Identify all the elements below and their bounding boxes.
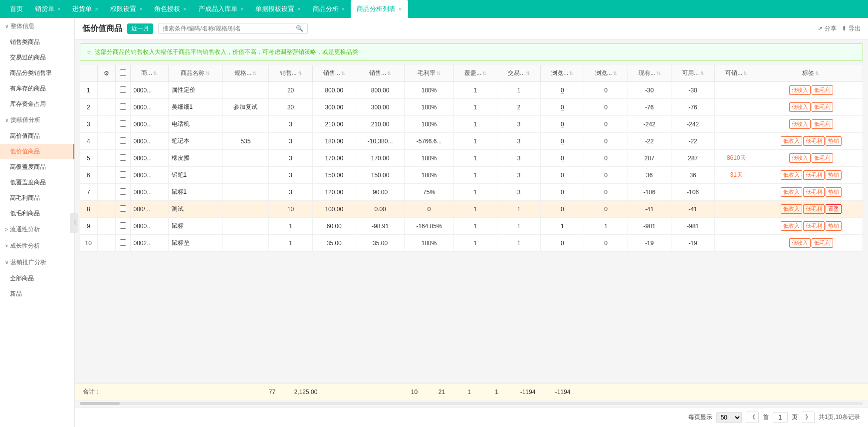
sidebar-item-inventory-capital[interactable]: 库存资金占用 <box>0 96 74 112</box>
nav-template-settings[interactable]: 单据模板设置 × <box>249 0 306 18</box>
sidebar-group-contribution[interactable]: ∨ 贡献值分析 <box>0 112 74 128</box>
nav-role-auth[interactable]: 角色授权 × <box>148 0 192 18</box>
col-settings[interactable]: ⚙ <box>97 65 115 82</box>
close-icon[interactable]: × <box>183 6 186 12</box>
views-link[interactable]: 0 <box>561 189 564 196</box>
sidebar-item-high-margin[interactable]: 高毛利商品 <box>0 190 74 206</box>
col-sales-amt-cell: 100.00 <box>312 201 356 218</box>
search-input[interactable] <box>163 25 296 32</box>
page-size-select[interactable]: 50 20 100 <box>716 412 742 423</box>
last-page-button[interactable]: 》 <box>802 412 815 423</box>
nav-product-analysis[interactable]: 商品分析 × <box>307 0 351 18</box>
search-icon[interactable]: 🔍 <box>296 25 303 32</box>
close-icon[interactable]: × <box>139 6 142 12</box>
col-views2-cell: 0 <box>584 82 628 99</box>
col-check-cell <box>115 82 130 99</box>
footer-settings <box>111 389 129 396</box>
close-icon[interactable]: × <box>399 6 402 12</box>
sidebar-item-traded-products[interactable]: 交易过的商品 <box>0 50 74 65</box>
footer-coverage: 10 <box>401 389 428 396</box>
nav-home[interactable]: 首页 <box>4 0 29 18</box>
sidebar-item-all-products[interactable]: 全部商品 <box>0 271 74 286</box>
scrollbar-thumb[interactable] <box>80 402 120 405</box>
sidebar-item-high-coverage[interactable]: 高覆盖度商品 <box>0 159 74 175</box>
close-icon[interactable]: × <box>240 6 243 12</box>
sidebar-group-overall[interactable]: ∨ 整体信息 <box>0 18 74 34</box>
nav-sales-order[interactable]: 销货单 × <box>29 0 66 18</box>
row-checkbox[interactable] <box>120 86 126 93</box>
first-page-button[interactable]: 《 <box>746 412 759 423</box>
row-checkbox[interactable] <box>120 154 126 161</box>
views-link[interactable]: 0 <box>561 138 564 145</box>
tag-label: 低收入 <box>789 102 811 112</box>
row-checkbox[interactable] <box>120 222 126 229</box>
views-link[interactable]: 0 <box>561 155 564 162</box>
col-avail-stock: 可用...⇅ <box>671 65 714 82</box>
col-settings-cell <box>97 150 115 167</box>
row-checkbox[interactable] <box>120 120 126 127</box>
views-link[interactable]: 0 <box>561 121 564 128</box>
sidebar-item-low-margin[interactable]: 低毛利商品 <box>0 206 74 221</box>
select-all-checkbox[interactable] <box>120 69 126 76</box>
sidebar-group-circulation[interactable]: > 流通性分析 <box>0 221 74 238</box>
tag-label: 低毛利 <box>803 204 825 214</box>
close-icon[interactable]: × <box>57 6 60 12</box>
col-check-cell <box>115 116 130 133</box>
col-check-cell <box>115 218 130 235</box>
col-sales-amt-cell: 170.00 <box>312 150 356 167</box>
tag-label: 置盈 <box>826 204 842 214</box>
col-views2-cell: 0 <box>584 184 628 201</box>
nav-purchase-order[interactable]: 进货单 × <box>66 0 104 18</box>
row-checkbox[interactable] <box>120 205 126 212</box>
col-transaction-cell: 3 <box>497 133 541 150</box>
col-num <box>80 65 97 82</box>
sidebar-item-stocked-products[interactable]: 有库存的商品 <box>0 81 74 96</box>
col-settings-cell <box>97 133 115 150</box>
col-sales-amt-cell: 210.00 <box>312 116 356 133</box>
export-button[interactable]: ⬆ 导出 <box>842 24 861 33</box>
sidebar-item-low-value[interactable]: 低价值商品 <box>0 144 74 159</box>
sidebar-group-marketing[interactable]: ∨ 营销推广分析 <box>0 254 74 271</box>
col-current-stock-cell: -242 <box>628 116 671 133</box>
views-link[interactable]: 0 <box>561 87 564 94</box>
row-checkbox[interactable] <box>120 188 126 195</box>
row-checkbox[interactable] <box>120 137 126 144</box>
row-checkbox[interactable] <box>120 103 126 110</box>
views-link[interactable]: 1 <box>561 223 564 230</box>
col-name-cell: 电话机 <box>168 116 222 133</box>
col-name-cell: 鼠标 <box>168 218 222 235</box>
sidebar-group-growth[interactable]: > 成长性分析 <box>0 238 74 254</box>
period-badge[interactable]: 近一月 <box>127 23 153 34</box>
col-avail-stock-cell: -41 <box>671 201 714 218</box>
col-tags-cell: 低收入低毛利热销 <box>758 218 863 235</box>
views-link[interactable]: 0 <box>561 172 564 179</box>
close-icon[interactable]: × <box>342 6 345 12</box>
col-check <box>115 65 130 82</box>
sidebar-item-high-value[interactable]: 高价值商品 <box>0 128 74 144</box>
nav-product-analysis-list[interactable]: 商品分析列表 × <box>351 0 408 18</box>
sidebar-collapse-button[interactable]: 《 <box>70 213 78 233</box>
views-link[interactable]: 0 <box>561 104 564 111</box>
sidebar-item-category-sales[interactable]: 商品分类销售率 <box>0 65 74 81</box>
share-button[interactable]: ↗ 分享 <box>818 24 837 33</box>
col-tags-cell: 低收入低毛利热销 <box>758 133 863 150</box>
col-views2-cell: 0 <box>584 133 628 150</box>
views-link[interactable]: 0 <box>561 206 564 213</box>
page-number-input[interactable] <box>773 412 788 423</box>
row-checkbox[interactable] <box>120 171 126 178</box>
close-icon[interactable]: × <box>95 6 98 12</box>
col-coverage-cell: 1 <box>453 150 497 167</box>
row-checkbox[interactable] <box>120 239 126 246</box>
content-area: 低价值商品 近一月 🔍 ↗ 分享 ⬆ 导出 ☆ 这部分商品的销售收入大幅低于商品… <box>75 18 868 427</box>
nav-product-storage[interactable]: 产成品入库单 × <box>193 0 249 18</box>
nav-permission[interactable]: 权限设置 × <box>104 0 148 18</box>
sidebar-item-new-products[interactable]: 新品 <box>0 286 74 302</box>
col-transaction-cell: 1 <box>497 218 541 235</box>
views-link[interactable]: 0 <box>561 240 564 247</box>
horizontal-scrollbar[interactable] <box>80 402 863 405</box>
table-row: 3 0000... 电话机 3 210.00 210.00 100% 1 3 0… <box>80 116 863 133</box>
sidebar-item-low-coverage[interactable]: 低覆盖度商品 <box>0 175 74 190</box>
close-icon[interactable]: × <box>297 6 300 12</box>
sidebar-item-sales-products[interactable]: 销售类商品 <box>0 34 74 50</box>
tag-label: 热销 <box>826 221 842 231</box>
